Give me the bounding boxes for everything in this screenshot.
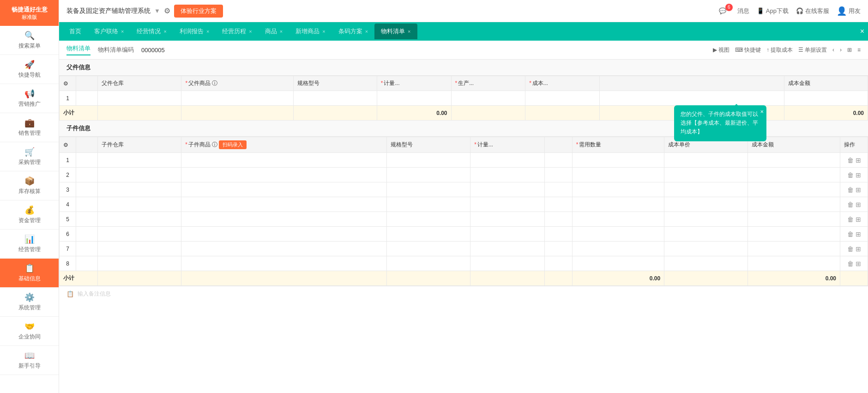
- tab-customers[interactable]: 客户联络 ×: [88, 24, 130, 39]
- tab-home[interactable]: 首页: [63, 24, 88, 39]
- copy-icon-row1[interactable]: ⊞: [856, 157, 861, 164]
- extract-cost-btn[interactable]: ↑ 提取成本: [766, 46, 793, 54]
- note-placeholder[interactable]: 输入备注信息: [78, 290, 111, 298]
- pagination-next[interactable]: ›: [840, 47, 842, 53]
- close-all-tabs[interactable]: ×: [860, 27, 864, 36]
- child-col-settings[interactable]: ⚙: [60, 137, 76, 153]
- app-download-group[interactable]: 📱 App下载: [757, 7, 789, 15]
- parent-row-cost[interactable]: [525, 91, 600, 106]
- parent-row-spec[interactable]: [293, 91, 377, 106]
- sidebar-item-marketing[interactable]: 📢 营销推广: [0, 84, 59, 113]
- delete-icon-row1[interactable]: 🗑: [847, 157, 854, 164]
- delete-icon-row7[interactable]: 🗑: [847, 245, 854, 253]
- delete-icon-row3[interactable]: 🗑: [847, 186, 854, 193]
- tab-business-label: 经营情况: [137, 27, 161, 36]
- child-row2-warehouse[interactable]: [98, 168, 181, 182]
- tab-business[interactable]: 经营情况 ×: [130, 24, 173, 39]
- parent-row-goods[interactable]: [181, 91, 293, 106]
- copy-icon-row3[interactable]: ⊞: [856, 186, 861, 193]
- dropdown-arrow-icon[interactable]: ▼: [154, 7, 160, 14]
- copy-icon-row4[interactable]: ⊞: [856, 201, 861, 208]
- delete-icon-row4[interactable]: 🗑: [847, 201, 854, 208]
- child-subtotal-label: 小计: [60, 271, 98, 286]
- message-group[interactable]: 💬 6 消息: [719, 7, 749, 15]
- tab-new-goods-close[interactable]: ×: [322, 29, 325, 34]
- sidebar-item-sales[interactable]: 💼 销售管理: [0, 113, 59, 142]
- delete-icon-row6[interactable]: 🗑: [847, 230, 854, 238]
- delete-icon-row2[interactable]: 🗑: [847, 171, 854, 179]
- child-row1-unit-cost[interactable]: [664, 153, 748, 168]
- parent-col-settings[interactable]: ⚙: [60, 76, 76, 91]
- sidebar-item-purchase-label: 采购管理: [18, 158, 41, 166]
- sidebar-item-inventory[interactable]: 📦 库存核算: [0, 171, 59, 200]
- copy-icon-row2[interactable]: ⊞: [856, 171, 861, 179]
- scan-button[interactable]: 扫码录入: [219, 140, 247, 149]
- child-row1-warehouse[interactable]: [98, 153, 181, 168]
- sidebar-item-purchase[interactable]: 🛒 采购管理: [0, 142, 59, 171]
- list-view-icon[interactable]: ≡: [857, 47, 861, 53]
- child-row2-goods[interactable]: [181, 168, 387, 182]
- tab-goods-close[interactable]: ×: [280, 29, 283, 34]
- logo-name: 畅捷通好生意: [12, 6, 48, 14]
- tab-history[interactable]: 经营历程 ×: [216, 24, 258, 39]
- parent-row-producer[interactable]: [451, 91, 525, 106]
- child-col-unit: *计量...: [470, 137, 545, 153]
- parent-row-warehouse[interactable]: [98, 91, 181, 106]
- parent-col-unit: *计量...: [377, 76, 451, 91]
- view-btn[interactable]: ▶ 视图: [713, 46, 729, 54]
- grid-view-icon[interactable]: ⊞: [847, 47, 852, 53]
- child-row2-qty[interactable]: [572, 168, 664, 182]
- tab-goods[interactable]: 商品 ×: [259, 24, 289, 39]
- parent-col-producer: *生产...: [451, 76, 525, 91]
- handshake-icon: 🤝: [24, 321, 35, 332]
- delete-icon-row5[interactable]: 🗑: [847, 216, 854, 223]
- parent-subtotal-empty3: [293, 106, 377, 121]
- sidebar-item-search[interactable]: 🔍 搜索菜单: [0, 26, 59, 55]
- copy-icon-row7[interactable]: ⊞: [856, 245, 861, 253]
- copy-icon-row5[interactable]: ⊞: [856, 216, 861, 223]
- parent-row-unit[interactable]: [377, 91, 451, 106]
- sidebar-item-collab[interactable]: 🤝 企业协同: [0, 317, 59, 346]
- tab-new-goods[interactable]: 新增商品 ×: [289, 24, 332, 39]
- settings-icon[interactable]: ⚙: [164, 6, 170, 15]
- tab-barcode[interactable]: 条码方案 ×: [332, 24, 374, 39]
- tab-business-close[interactable]: ×: [163, 29, 166, 34]
- pagination-prev[interactable]: ‹: [832, 47, 834, 53]
- clipboard-icon: 📋: [24, 263, 35, 273]
- single-settings-btn[interactable]: ☰ 单据设置: [798, 46, 827, 54]
- tab-barcode-close[interactable]: ×: [365, 29, 368, 34]
- tab-history-close[interactable]: ×: [249, 29, 252, 34]
- tab-bom[interactable]: 物料清单 ×: [374, 24, 417, 39]
- child-row1-unit[interactable]: [470, 153, 545, 168]
- breadcrumb-bom[interactable]: 物料清单: [66, 44, 90, 55]
- sidebar-item-quick-nav[interactable]: 🚀 快捷导航: [0, 55, 59, 84]
- copy-icon-row6[interactable]: ⊞: [856, 230, 861, 238]
- tooltip-close-button[interactable]: ×: [760, 107, 764, 117]
- sidebar-item-ops-label: 经营管理: [18, 246, 41, 254]
- trial-button[interactable]: 体验行业方案: [174, 5, 223, 18]
- parent-subtotal-empty2: [181, 106, 293, 121]
- parent-subtotal-empty4: [451, 106, 525, 121]
- child-row2-unit-cost[interactable]: [664, 168, 748, 182]
- sidebar-item-basic[interactable]: 📋 基础信息: [0, 259, 59, 288]
- tab-customers-label: 客户联络: [94, 27, 118, 36]
- delete-icon-row8[interactable]: 🗑: [847, 260, 854, 267]
- sidebar-item-finance[interactable]: 💰 资金管理: [0, 200, 59, 230]
- tab-profit-close[interactable]: ×: [206, 29, 209, 34]
- sidebar-item-system[interactable]: ⚙️ 系统管理: [0, 288, 59, 317]
- child-row2-spec[interactable]: [387, 168, 470, 182]
- online-service-group[interactable]: 🎧 在线客服: [796, 7, 829, 15]
- child-row2-unit[interactable]: [470, 168, 545, 182]
- user-group[interactable]: 👤 用友: [837, 6, 861, 16]
- copy-icon-row8[interactable]: ⊞: [856, 260, 861, 267]
- child-row1-goods[interactable]: [181, 153, 387, 168]
- tab-profit[interactable]: 利润报告 ×: [173, 24, 216, 39]
- child-row1-spec[interactable]: [387, 153, 470, 168]
- tab-customers-close[interactable]: ×: [121, 29, 124, 34]
- tab-bom-close[interactable]: ×: [408, 29, 410, 34]
- sidebar-item-guide[interactable]: 📖 新手引导: [0, 346, 59, 375]
- child-row1-qty[interactable]: [572, 153, 664, 168]
- shortcut-btn[interactable]: ⌨ 快捷键: [735, 46, 761, 54]
- parent-row-cost-amount: [784, 91, 868, 106]
- sidebar-item-ops[interactable]: 📊 经营管理: [0, 230, 59, 259]
